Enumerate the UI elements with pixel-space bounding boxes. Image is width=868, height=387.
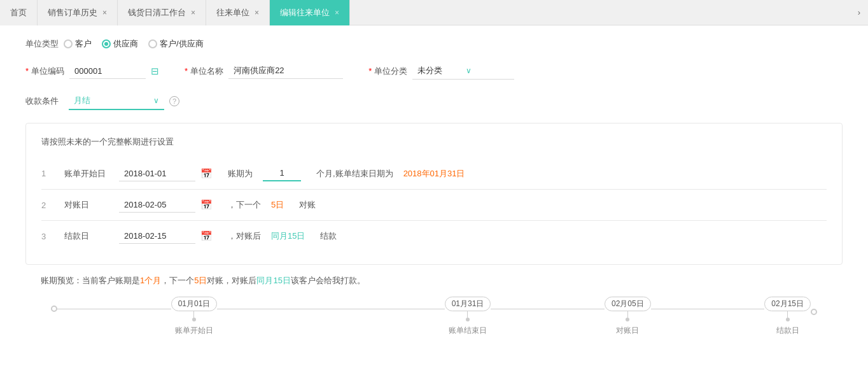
tabs-bar: 首页 销售订单历史 × 钱货日清工作台 × 往来单位 × 编辑往来单位 × › (0, 0, 868, 25)
timeline-tick-3 (627, 311, 628, 318)
tab-close-partner[interactable]: × (255, 8, 259, 17)
unit-name-label: 单位名称 (190, 66, 223, 77)
help-icon[interactable]: ? (169, 96, 179, 106)
unit-info-row: * 单位编码 ⊟ * 单位名称 * 单位分类 未分类 ∨ (25, 62, 843, 80)
tab-edit-partner[interactable]: 编辑往来单位 × (270, 0, 350, 25)
radio-circle-supplier (102, 39, 111, 48)
settings-box-title: 请按照未来的一个完整帐期进行设置 (41, 136, 827, 148)
timeline-badge-4: 02月15日 (764, 297, 811, 311)
unit-category-select[interactable]: 未分类 ∨ (412, 62, 514, 80)
timeline-point-4: 02月15日 结款日 (764, 297, 811, 336)
setting-row-1: 1 账单开始日 📅 账期为 个月,账单结束日期为 2018年01月31日 (41, 158, 827, 189)
tab-close-cash-workbench[interactable]: × (191, 8, 195, 17)
period-unit: 个月,账单结束日期为 (316, 168, 393, 179)
timeline: 01月01日 账单开始日 01月31日 账单结束日 02月05日 对账日 02月… (25, 292, 843, 336)
timeline-connector-0 (57, 309, 171, 309)
radio-customer-supplier[interactable]: 客户/供应商 (148, 38, 204, 50)
tab-more-button[interactable]: › (850, 8, 868, 17)
unit-type-label: 单位类型 (25, 38, 59, 50)
timeline-dot-1 (192, 318, 196, 321)
row3-prefix: ，对账后 (228, 230, 261, 242)
period-label: 账期为 (228, 168, 253, 179)
tab-home[interactable]: 首页 (0, 0, 38, 25)
timeline-dot-2 (466, 318, 470, 321)
period-input[interactable] (263, 165, 301, 181)
tab-sales-history[interactable]: 销售订单历史 × (38, 0, 118, 25)
payment-condition-row: 收款条件 月结 ∨ ? (25, 92, 843, 110)
timeline-connector-3 (651, 309, 765, 309)
payment-condition-select[interactable]: 月结 ∨ (69, 92, 164, 110)
timeline-sublabel-1: 账单开始日 (175, 325, 213, 336)
timeline-connector-1 (217, 309, 444, 309)
setting-num-2: 2 (41, 201, 54, 210)
setting-num-3: 3 (41, 232, 54, 241)
timeline-point-3: 02月05日 对账日 (605, 297, 651, 336)
timeline-badge-1: 01月01日 (171, 297, 218, 311)
setting-row-3: 3 结款日 📅 ，对账后 同月15日 结款 (41, 221, 827, 251)
timeline-tick-1 (193, 311, 194, 318)
required-star-code: * (25, 66, 29, 76)
setting-label-2: 对账日 (64, 199, 109, 211)
timeline-dot-4 (786, 318, 790, 321)
timeline-point-1: 01月01日 账单开始日 (171, 297, 218, 336)
date-input-wrap-1: 📅 (119, 166, 213, 181)
timeline-tick-4 (787, 311, 788, 318)
row2-suffix: 对账 (299, 199, 316, 211)
unit-code-label: 单位编码 (31, 66, 64, 77)
unit-category-group: * 单位分类 未分类 ∨ (368, 62, 514, 80)
date-input-2[interactable] (119, 197, 195, 213)
payment-condition-label: 收款条件 (25, 95, 59, 107)
period-end-date: 2018年01月31日 (403, 168, 465, 179)
row3-highlight: 同月15日 (271, 230, 305, 242)
preview-section: 账期预览：当前客户账期是1个月，下一个5日对账，对账后同月15日该客户会给我打款… (25, 275, 843, 286)
unit-code-input[interactable] (69, 64, 146, 79)
date-input-1[interactable] (119, 166, 195, 181)
unit-name-group: * 单位名称 (185, 64, 343, 79)
main-content: 单位类型 客户 供应商 客户/供应商 * 单位编码 ⊟ * 单位名称 (0, 25, 868, 387)
date-input-wrap-3: 📅 (119, 229, 213, 244)
radio-supplier[interactable]: 供应商 (102, 38, 138, 50)
unit-type-row: 单位类型 客户 供应商 客户/供应商 (25, 38, 843, 50)
timeline-sublabel-4: 结款日 (776, 325, 799, 336)
tab-close-edit-partner[interactable]: × (335, 8, 339, 17)
unit-category-label: 单位分类 (374, 66, 407, 77)
date-input-3[interactable] (119, 229, 195, 244)
calendar-icon-2[interactable]: 📅 (200, 199, 213, 211)
timeline-dot-3 (626, 318, 629, 321)
timeline-tick-2 (467, 311, 468, 318)
radio-circle-customer-supplier (148, 39, 157, 48)
category-chevron-icon: ∨ (466, 66, 509, 75)
radio-customer[interactable]: 客户 (64, 38, 92, 50)
timeline-badge-3: 02月05日 (605, 297, 651, 311)
timeline-sublabel-3: 对账日 (616, 325, 639, 336)
setting-num-1: 1 (41, 169, 54, 178)
payment-chevron-icon: ∨ (153, 96, 159, 105)
setting-label-3: 结款日 (64, 230, 109, 242)
required-star-category: * (368, 66, 372, 76)
required-star-name: * (185, 66, 188, 76)
calendar-icon-3[interactable]: 📅 (200, 230, 213, 242)
timeline-end-dot (811, 309, 817, 315)
date-input-wrap-2: 📅 (119, 197, 213, 213)
unit-name-input[interactable] (228, 64, 343, 79)
tab-partner[interactable]: 往来单位 × (206, 0, 270, 25)
tab-cash-workbench[interactable]: 钱货日清工作台 × (118, 0, 206, 25)
settings-box: 请按照未来的一个完整帐期进行设置 1 账单开始日 📅 账期为 个月,账单结束日期… (25, 123, 843, 265)
calendar-icon-1[interactable]: 📅 (200, 168, 213, 179)
timeline-badge-2: 01月31日 (445, 297, 491, 311)
radio-circle-customer (64, 39, 73, 48)
row2-highlight: 5日 (271, 199, 284, 211)
row2-prefix: ，下一个 (228, 199, 261, 211)
setting-row-2: 2 对账日 📅 ，下一个 5日 对账 (41, 190, 827, 220)
row3-suffix: 结款 (320, 230, 337, 242)
timeline-start-dot (51, 306, 57, 312)
unit-type-radio-group: 客户 供应商 客户/供应商 (64, 38, 204, 50)
timeline-sublabel-2: 账单结束日 (449, 325, 487, 336)
timeline-point-2: 01月31日 账单结束日 (445, 297, 491, 336)
tab-close-sales-history[interactable]: × (102, 8, 107, 17)
unit-code-group: * 单位编码 ⊟ (25, 64, 159, 79)
timeline-connector-2 (491, 309, 605, 309)
setting-label-1: 账单开始日 (64, 168, 109, 179)
copy-icon[interactable]: ⊟ (151, 66, 159, 77)
